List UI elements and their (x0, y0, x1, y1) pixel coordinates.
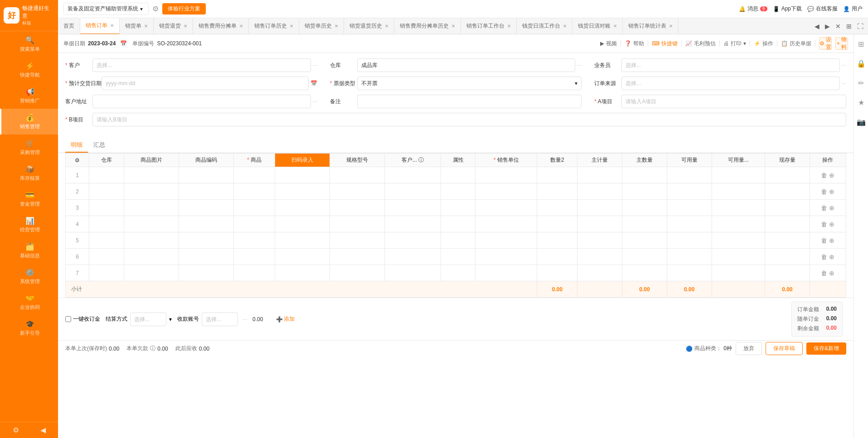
right-panel-qr-icon[interactable]: 📷 (855, 116, 868, 128)
save-draft-button[interactable]: 保存草稿 (766, 342, 803, 355)
right-panel-lock-icon[interactable]: 🔒 (855, 58, 868, 70)
address-input[interactable] (92, 95, 311, 108)
settings-button[interactable]: ⚙ ⚙ 设置 设置 (819, 37, 832, 50)
app-download-item[interactable]: 📱 App下载 (773, 5, 802, 13)
staff-input[interactable] (621, 58, 840, 72)
delete-row-7-icon[interactable]: 🗑 (821, 270, 827, 277)
tab-close-cash-workbench[interactable]: ✕ (563, 24, 567, 29)
view-video-btn[interactable]: ▶ 视频 (600, 40, 617, 48)
tab-close-sales-expense-hist[interactable]: ✕ (451, 24, 455, 29)
user-item[interactable]: 👤 用户 (843, 5, 863, 13)
sidebar-item-inventory[interactable]: 📦 库存核算 (0, 160, 58, 186)
sidebar-item-enterprise[interactable]: 🤝 企业协同 (0, 289, 58, 315)
sidebar-item-guide[interactable]: 🎓 新手引导 (0, 315, 58, 341)
online-service-item[interactable]: 💬 在线客服 (807, 5, 838, 13)
delete-row-3-icon[interactable]: 🗑 (821, 204, 827, 212)
sidebar-item-system[interactable]: ⚙️ 系统管理 (0, 264, 58, 289)
copy-row-5-icon[interactable]: ⊕ (829, 237, 834, 244)
sidebar-item-sales[interactable]: 💰 销售管理 (0, 109, 58, 135)
customer-ellipsis[interactable]: ··· (313, 62, 317, 68)
customer-input[interactable] (92, 58, 311, 72)
one-click-checkbox[interactable] (65, 316, 71, 322)
print-btn[interactable]: 🖨 打印 ▾ (723, 40, 746, 48)
operations-btn[interactable]: ⚡ 操作 (754, 40, 773, 48)
tab-fullscreen-icon[interactable]: ⛶ (855, 22, 865, 31)
tab-sales-bill[interactable]: 销货单 ✕ (120, 18, 154, 34)
tab-sales-return[interactable]: 销货退货 ✕ (154, 18, 193, 34)
delivery-input[interactable] (102, 77, 309, 90)
delete-row-6-icon[interactable]: 🗑 (821, 253, 827, 260)
warehouse-input[interactable] (357, 58, 576, 72)
tab-cash-workbench[interactable]: 钱货日清工作台 ✕ (517, 18, 572, 34)
col-settings[interactable]: ⚙ (66, 154, 89, 167)
copy-row-7-icon[interactable]: ⊕ (829, 270, 834, 277)
b-project-input[interactable] (92, 113, 846, 126)
copy-row-6-icon[interactable]: ⊕ (829, 253, 834, 260)
collapse-icon[interactable]: ◀ (40, 426, 46, 434)
tab-cash-reconcile[interactable]: 钱货日清对账 ✕ (572, 18, 623, 34)
add-product-button[interactable]: + 物料 (835, 37, 848, 50)
shortcut-btn[interactable]: ⌨ 快捷键 (652, 40, 678, 48)
tab-home[interactable]: 首页 (58, 18, 80, 34)
copy-row-4-icon[interactable]: ⊕ (829, 221, 834, 228)
detail-tab-summary[interactable]: 汇总 (88, 138, 111, 153)
a-project-input[interactable] (621, 95, 846, 108)
tab-sales-workbench[interactable]: 销售订单工作台 ✕ (461, 18, 517, 34)
tab-close-sales-stats[interactable]: ✕ (669, 24, 673, 29)
tab-close-sales-order-hist[interactable]: ✕ (290, 24, 293, 29)
detail-tab-detail[interactable]: 明细 (65, 138, 88, 153)
tab-sales-bill-hist[interactable]: 销货单历史 ✕ (299, 18, 344, 34)
delete-row-5-icon[interactable]: 🗑 (821, 237, 827, 244)
sidebar-item-quicknav[interactable]: ⚡ 快捷导航 (0, 57, 58, 83)
account-input[interactable] (202, 313, 238, 326)
help-btn[interactable]: ❓ 帮助 (625, 40, 644, 48)
settlement-input[interactable] (130, 313, 166, 326)
address-ellipsis[interactable]: ··· (313, 98, 317, 105)
tab-sales-order[interactable]: 销售订单 ✕ (80, 18, 120, 34)
tab-sales-order-hist[interactable]: 销售订单历史 ✕ (249, 18, 299, 34)
sidebar-item-search[interactable]: 🔍 搜索菜单 (0, 31, 58, 57)
tab-close-sales-bill[interactable]: ✕ (144, 24, 148, 29)
tab-close-sales-expense[interactable]: ✕ (239, 24, 243, 29)
tab-close-sales-bill-hist[interactable]: ✕ (335, 24, 338, 29)
tab-close-cash-reconcile[interactable]: ✕ (613, 24, 617, 29)
order-source-ellipsis[interactable]: ··· (842, 80, 846, 87)
settlement-dropdown-icon[interactable]: ▾ (169, 316, 172, 322)
sidebar-item-operations[interactable]: 📊 经营管理 (0, 212, 58, 238)
notification-item[interactable]: 🔔 消息 9 (739, 5, 767, 13)
copy-row-3-icon[interactable]: ⊕ (829, 204, 834, 212)
tab-close-sales-return-hist[interactable]: ✕ (385, 24, 388, 29)
discard-button[interactable]: 放弃 (736, 342, 762, 355)
calendar-icon[interactable]: 📅 (120, 40, 127, 47)
app-selector[interactable]: 装备及固定资产辅助管理系统 ▾ (63, 3, 149, 15)
history-btn[interactable]: 📋 历史单据 (781, 40, 811, 48)
right-panel-star-icon[interactable]: ★ (856, 96, 866, 109)
right-panel-edit-icon[interactable]: ✏ (856, 77, 866, 89)
tab-close-sales-order[interactable]: ✕ (110, 23, 114, 28)
tab-sales-stats[interactable]: 销售订单统计表 ✕ (623, 18, 679, 34)
copy-row-2-icon[interactable]: ⊕ (829, 188, 834, 195)
tab-sales-expense[interactable]: 销售费用分摊单 ✕ (193, 18, 249, 34)
tab-layout-icon[interactable]: ⊞ (844, 22, 853, 31)
note-input[interactable] (357, 95, 582, 108)
invoice-select[interactable]: 不开票 ▾ (357, 77, 582, 90)
delivery-calendar-icon[interactable]: 📅 (310, 80, 317, 87)
delete-row-1-icon[interactable]: 🗑 (821, 172, 827, 179)
right-panel-table-icon[interactable]: ⊞ (856, 38, 866, 50)
tab-next-icon[interactable]: ▶ (823, 22, 832, 31)
sidebar-item-finance[interactable]: 💳 资金管理 (0, 186, 58, 212)
staff-ellipsis[interactable]: ··· (842, 62, 846, 68)
tab-sales-expense-hist[interactable]: 销售费用分摊单历史 ✕ (394, 18, 461, 34)
print-dropdown-icon[interactable]: ▾ (743, 40, 746, 47)
sidebar-item-marketing[interactable]: 📢 营销推广 (0, 83, 58, 109)
warehouse-ellipsis[interactable]: ··· (577, 62, 582, 68)
profit-btn[interactable]: 📈 毛利预估 (685, 40, 716, 48)
account-ellipsis[interactable]: ··· (242, 316, 247, 322)
tab-menu-icon[interactable]: ✕ (834, 22, 843, 31)
tab-close-sales-workbench[interactable]: ✕ (507, 24, 511, 29)
tab-prev-icon[interactable]: ◀ (813, 22, 821, 31)
tab-close-sales-return[interactable]: ✕ (184, 24, 187, 29)
industry-button[interactable]: 体验行业方案 (162, 3, 206, 14)
add-payment-btn[interactable]: ➕ 添加 (276, 315, 295, 323)
delete-row-4-icon[interactable]: 🗑 (821, 221, 827, 228)
